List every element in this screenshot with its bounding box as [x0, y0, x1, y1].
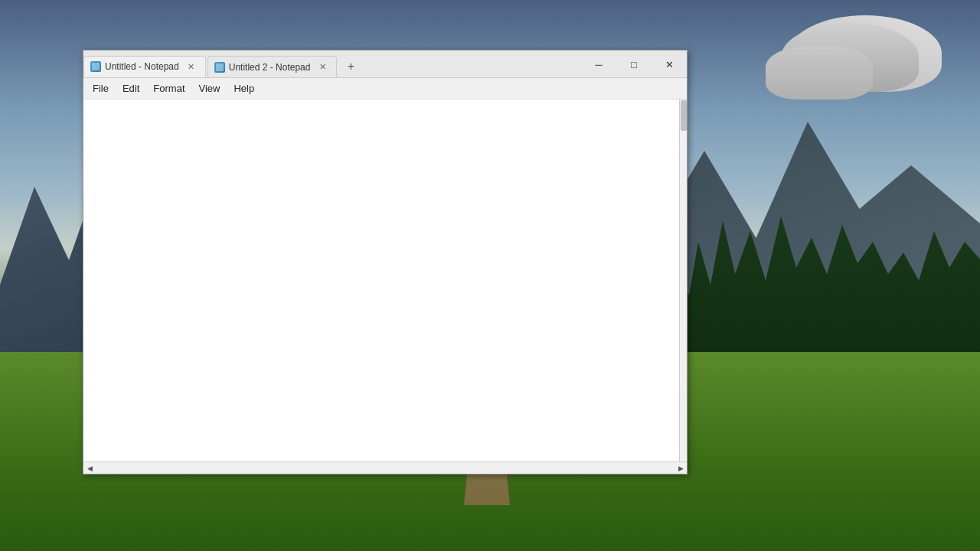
clouds	[666, 15, 934, 168]
menu-help[interactable]: Help	[227, 80, 260, 96]
text-editor[interactable]	[83, 99, 679, 461]
close-button[interactable]: ✕	[652, 51, 687, 78]
menu-format[interactable]: Format	[147, 80, 191, 96]
menu-bar: File Edit Format View Help	[83, 78, 687, 99]
minimize-button[interactable]: ─	[581, 51, 616, 78]
scrollbar-thumb[interactable]	[681, 100, 687, 131]
maximize-button[interactable]: □	[616, 51, 652, 78]
tab-2-close[interactable]: ✕	[316, 61, 328, 73]
tab-1-label: Untitled - Notepad	[105, 61, 179, 72]
tab-2-label: Untitled 2 - Notepad	[229, 62, 311, 73]
tab-1-close[interactable]: ✕	[185, 60, 198, 73]
notepad-window: Untitled - Notepad ✕ Untitled 2 - Notepa…	[83, 50, 688, 474]
scroll-right-button[interactable]: ▶	[675, 462, 687, 474]
window-controls: ─ □ ✕	[581, 51, 687, 78]
editor-area	[83, 99, 687, 461]
vertical-scrollbar[interactable]	[679, 99, 687, 461]
tab-1[interactable]: Untitled - Notepad ✕	[83, 56, 206, 77]
h-scroll-track[interactable]	[96, 465, 675, 472]
menu-view[interactable]: View	[193, 80, 227, 96]
tab-2[interactable]: Untitled 2 - Notepad ✕	[207, 56, 338, 77]
tab-bar: Untitled - Notepad ✕ Untitled 2 - Notepa…	[83, 51, 687, 78]
horizontal-scrollbar: ◀ ▶	[83, 461, 687, 474]
new-tab-button[interactable]: +	[341, 57, 360, 76]
scroll-left-button[interactable]: ◀	[83, 462, 96, 474]
menu-file[interactable]: File	[87, 80, 115, 96]
menu-edit[interactable]: Edit	[116, 80, 145, 96]
cloud-2	[766, 46, 873, 99]
tab-1-icon	[90, 61, 101, 72]
tab-2-icon	[214, 62, 225, 73]
